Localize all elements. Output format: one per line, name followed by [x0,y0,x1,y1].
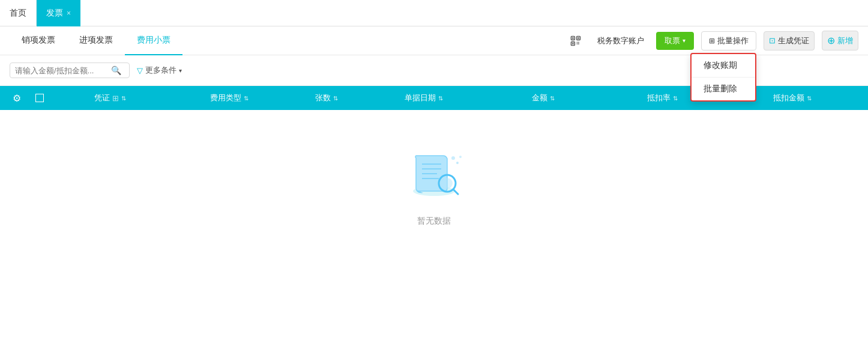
sub-nav-tabs: 销项发票 进项发票 费用小票 [10,26,182,55]
th-count-sort-icon[interactable]: ⇅ [333,95,338,102]
th-expense-type-sort-icon[interactable]: ⇅ [244,95,249,102]
th-amount-sort-icon[interactable]: ⇅ [550,95,555,102]
home-tab[interactable]: 首页 [0,0,37,26]
svg-rect-7 [577,41,578,43]
plus-icon: ⊕ [827,35,835,46]
invoice-tab[interactable]: 发票 × [37,0,80,26]
th-expense-type[interactable]: 费用类型 ⇅ [170,93,289,103]
batch-op-wrap: ⊞ 批量操作 修改账期 批量删除 [701,31,756,50]
th-deduction-amount-sort-icon[interactable]: ⇅ [807,95,812,102]
batch-delete-item[interactable]: 批量删除 [692,77,755,100]
svg-rect-4 [577,37,579,38]
top-nav: 首页 发票 × [0,0,868,26]
svg-point-19 [451,156,455,160]
search-icon[interactable]: 🔍 [111,66,121,75]
generate-voucher-button[interactable]: ⊡ 生成凭证 [764,31,815,50]
qupiao-button[interactable]: 取票 ▾ [656,32,694,50]
svg-point-20 [456,162,459,164]
batch-icon: ⊞ [709,37,715,45]
header-checkbox[interactable] [35,94,44,102]
th-settings[interactable]: ⚙ [5,93,29,104]
search-wrap: 🔍 [10,63,130,78]
qupiao-chevron-icon: ▾ [683,37,686,44]
sub-nav-actions: 税务数字账户 取票 ▾ ⊞ 批量操作 修改账期 批量删除 [566,31,858,50]
home-label: 首页 [10,8,26,19]
th-count[interactable]: 张数 ⇅ [289,93,364,103]
tax-digital-button[interactable]: 税务数字账户 [592,35,649,46]
add-new-label: 新增 [837,35,853,46]
invoice-label: 发票 [46,8,63,19]
invoice-close-icon[interactable]: × [67,9,71,17]
qupiao-label: 取票 [665,35,680,46]
settings-icon: ⚙ [13,93,21,104]
more-conditions-label: 更多条件 [145,65,176,76]
modify-period-item[interactable]: 修改账期 [692,54,755,77]
th-voucher-icon: ⊞ [112,94,119,103]
generate-voucher-label: 生成凭证 [778,35,809,46]
batch-op-label: 批量操作 [717,35,749,46]
batch-op-button[interactable]: ⊞ 批量操作 [701,31,756,50]
sub-nav: 销项发票 进项发票 费用小票 [0,26,868,55]
tab-sales[interactable]: 销项发票 [10,26,67,55]
th-amount[interactable]: 金额 ⇅ [484,93,603,103]
empty-state: 暂无数据 [0,110,868,251]
chevron-down-icon: ▾ [179,67,182,74]
svg-rect-9 [577,43,578,44]
th-checkbox[interactable] [29,94,50,102]
th-deduction-rate-sort-icon[interactable]: ⇅ [673,95,678,102]
empty-text: 暂无数据 [417,216,451,227]
svg-rect-8 [578,41,579,43]
qr-code-button[interactable] [566,31,585,50]
th-voucher[interactable]: 凭证 ⊞ ⇅ [50,93,170,103]
svg-rect-10 [578,43,579,44]
search-input[interactable] [15,66,111,75]
add-new-button[interactable]: ⊕ 新增 [822,31,858,50]
th-date[interactable]: 单据日期 ⇅ [364,93,484,103]
batch-op-dropdown: 修改账期 批量删除 [690,53,756,102]
tab-purchase[interactable]: 进项发票 [67,26,125,55]
filter-icon: ▽ [137,66,143,75]
svg-point-21 [459,156,462,158]
svg-point-17 [442,178,453,189]
more-conditions-button[interactable]: ▽ 更多条件 ▾ [137,65,182,76]
svg-rect-5 [572,43,574,44]
th-date-sort-icon[interactable]: ⇅ [438,95,443,102]
empty-illustration [398,146,470,206]
th-voucher-sort-icon[interactable]: ⇅ [121,95,126,102]
voucher-icon: ⊡ [769,36,776,45]
main-container: 销项发票 进项发票 费用小票 [0,26,868,351]
tab-expense[interactable]: 费用小票 [125,26,182,55]
svg-rect-3 [572,37,574,38]
